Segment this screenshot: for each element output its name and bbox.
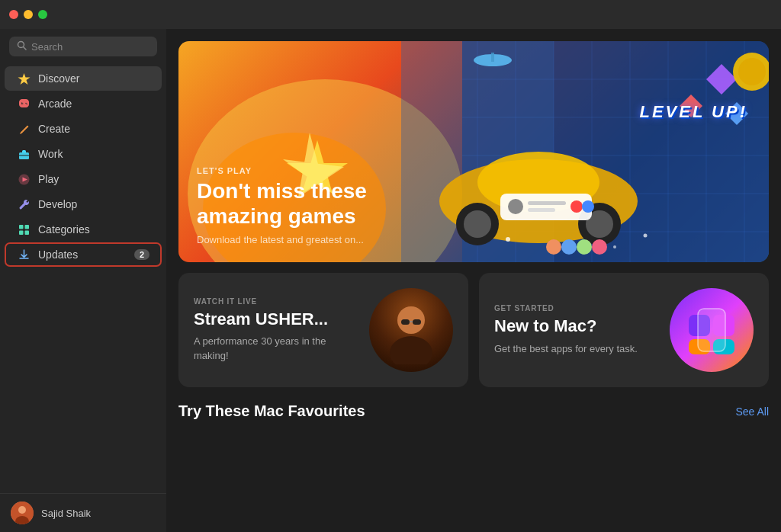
sidebar-item-create[interactable]: Create: [5, 117, 162, 141]
card-sublabel: GET STARTED: [494, 304, 659, 312]
svg-marker-2: [18, 73, 30, 85]
svg-rect-11: [19, 225, 24, 229]
pencil-icon: [17, 122, 31, 136]
svg-point-5: [25, 102, 26, 103]
card-usher[interactable]: WATCH IT LIVE Stream USHER... A performa…: [178, 273, 468, 387]
svg-rect-12: [24, 225, 29, 229]
svg-rect-13: [19, 230, 24, 235]
hero-title: Don't miss these amazing games: [197, 178, 395, 229]
sidebar-item-label: Work: [38, 148, 149, 160]
sidebar-item-label: Discover: [38, 72, 149, 85]
maximize-button[interactable]: [38, 10, 47, 19]
minimize-button[interactable]: [24, 10, 33, 19]
sidebar-item-label: Create: [38, 123, 149, 135]
card-sublabel: WATCH IT LIVE: [194, 297, 358, 306]
sidebar-item-play[interactable]: Play: [5, 167, 162, 191]
hero-sublabel: LET'S PLAY: [197, 166, 750, 175]
svg-point-46: [733, 53, 769, 91]
sidebar: Search Discover: [0, 29, 166, 532]
svg-rect-62: [491, 53, 494, 62]
close-button[interactable]: [9, 10, 18, 19]
card-title: New to Mac?: [494, 316, 659, 335]
svg-point-16: [18, 506, 26, 514]
mac-apps-image: [670, 288, 754, 372]
card-new-to-mac[interactable]: GET STARTED New to Mac? Get the best app…: [479, 273, 769, 387]
sidebar-user[interactable]: Sajid Shaik: [0, 493, 166, 532]
card-desc: A performance 30 years in the making!: [194, 335, 358, 362]
svg-point-49: [613, 245, 616, 248]
card-title: Stream USHER...: [194, 309, 358, 328]
usher-image: [369, 288, 453, 372]
hero-level-up: LEVEL UP!: [639, 102, 747, 122]
sidebar-item-label: Develop: [38, 198, 149, 210]
svg-rect-4: [21, 102, 22, 104]
play-icon: [17, 172, 31, 186]
svg-line-1: [24, 47, 27, 50]
cards-row: WATCH IT LIVE Stream USHER... A performa…: [178, 273, 769, 387]
card-desc: Get the best apps for every task.: [494, 342, 659, 356]
card-text: WATCH IT LIVE Stream USHER... A performa…: [194, 297, 358, 363]
svg-rect-65: [401, 319, 410, 325]
svg-rect-72: [698, 309, 725, 351]
user-name: Sajid Shaik: [41, 508, 91, 519]
titlebar: [0, 0, 781, 29]
gamepad-icon: [17, 97, 31, 111]
section-title: Try These Mac Favourites: [178, 402, 365, 420]
sidebar-item-develop[interactable]: Develop: [5, 192, 162, 216]
try-these-section-header: Try These Mac Favourites See All: [178, 402, 769, 420]
sidebar-item-discover[interactable]: Discover: [5, 66, 162, 91]
star-icon: [17, 72, 31, 85]
card-text: GET STARTED New to Mac? Get the best app…: [494, 304, 659, 355]
svg-point-63: [397, 306, 425, 334]
search-icon: [17, 40, 27, 53]
sidebar-item-arcade[interactable]: Arcade: [5, 91, 162, 116]
updates-badge: 2: [134, 249, 149, 260]
sidebar-item-updates[interactable]: Updates 2: [5, 242, 162, 267]
sidebar-item-label: Play: [38, 173, 149, 185]
sidebar-item-label: Arcade: [38, 98, 149, 110]
svg-point-6: [26, 103, 27, 104]
see-all-link[interactable]: See All: [735, 405, 769, 418]
wrench-icon: [17, 197, 31, 211]
svg-point-64: [390, 336, 432, 364]
svg-rect-14: [24, 230, 29, 235]
svg-rect-66: [413, 319, 421, 325]
svg-point-47: [738, 58, 766, 85]
sidebar-item-label: Categories: [38, 223, 149, 236]
svg-marker-43: [706, 64, 737, 95]
app-layout: Search Discover: [0, 29, 781, 532]
hero-banner: LET'S PLAY Don't miss these amazing game…: [178, 41, 769, 262]
briefcase-icon: [17, 147, 31, 161]
avatar: [11, 502, 34, 524]
grid-icon: [17, 223, 31, 236]
sidebar-item-work[interactable]: Work: [5, 142, 162, 166]
sidebar-navigation: Discover Arcade: [0, 62, 166, 493]
search-placeholder: Search: [31, 41, 63, 53]
search-bar[interactable]: Search: [9, 37, 157, 56]
sidebar-item-categories[interactable]: Categories: [5, 217, 162, 242]
main-content[interactable]: LET'S PLAY Don't miss these amazing game…: [166, 29, 781, 532]
traffic-lights: [9, 10, 47, 19]
sidebar-item-label: Updates: [38, 248, 127, 261]
hero-subtitle: Download the latest and greatest on...: [197, 234, 380, 245]
download-icon: [17, 248, 31, 261]
svg-point-61: [474, 54, 512, 66]
